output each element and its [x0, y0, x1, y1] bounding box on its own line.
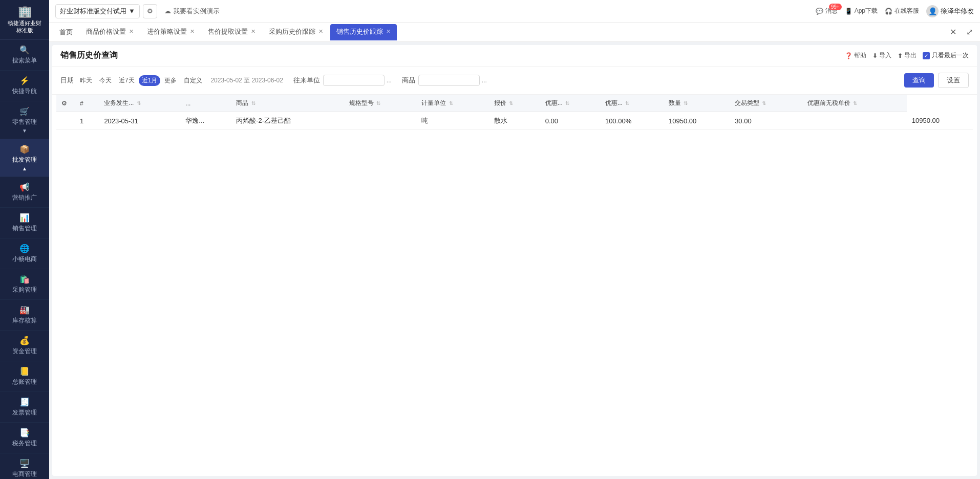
- table-header-row: ⚙ # 业务发生... ⇅ ... 商品 ⇅: [56, 95, 973, 112]
- online-service-button[interactable]: 🎧 在线客服: [885, 7, 919, 15]
- inventory-icon: 🏭: [19, 305, 30, 315]
- tab-home[interactable]: 首页: [53, 25, 79, 40]
- date-btn-last7[interactable]: 近7天: [116, 75, 138, 86]
- app-download-button[interactable]: 📱 App下载: [845, 7, 878, 15]
- window-maximize-button[interactable]: ⤢: [963, 26, 976, 39]
- messages-button[interactable]: 💬 消息 99+: [816, 7, 838, 15]
- wholesale-collapse-icon: ▲: [22, 166, 27, 171]
- date-btn-more[interactable]: 更多: [161, 75, 180, 86]
- sidebar-item-quicknav[interactable]: ⚡ 快捷导航: [0, 71, 49, 101]
- th-spec[interactable]: 规格型号 ⇅: [344, 95, 417, 112]
- product-label: 商品: [402, 76, 415, 85]
- cell-trade-type: [802, 112, 907, 130]
- purchase-icon: 🛍️: [19, 274, 30, 284]
- product-more-btn[interactable]: ...: [482, 77, 487, 84]
- sales-icon: 📊: [19, 213, 30, 223]
- sidebar-item-wholesale[interactable]: 📦 批发管理 ▲: [0, 139, 49, 177]
- from-org-more-btn[interactable]: ...: [387, 77, 392, 84]
- th-unit[interactable]: 计量单位 ⇅: [416, 95, 489, 112]
- sidebar-item-sales[interactable]: 📊 销售管理: [0, 208, 49, 238]
- tab-close-sales-history[interactable]: ✕: [386, 28, 391, 35]
- sidebar-item-invoice[interactable]: 🧾 发票管理: [0, 392, 49, 423]
- th-more[interactable]: ...: [180, 95, 231, 112]
- cell-from-org: 华逸...: [180, 112, 231, 130]
- user-info[interactable]: 👤 徐泽华修改: [926, 5, 974, 17]
- tab-sale-price[interactable]: 售价提取设置 ✕: [202, 24, 262, 40]
- th-discount-amt[interactable]: 优惠... ⇅: [600, 95, 664, 112]
- content-area: 销售历史价查询 ❓ 帮助 ⬇ 导入 ⬆ 导出 ✓ 只看最后一次: [52, 45, 977, 476]
- sidebar-item-tax[interactable]: 📑 税务管理: [0, 423, 49, 453]
- product-filter-group: 商品 ...: [402, 75, 487, 86]
- date-btn-yesterday[interactable]: 昨天: [77, 75, 95, 86]
- tab-purchase-history[interactable]: 采购历史价跟踪 ✕: [263, 24, 329, 40]
- tabs-bar: 首页 商品价格设置 ✕ 进价策略设置 ✕ 售价提取设置 ✕ 采购历史价跟踪 ✕ …: [49, 23, 980, 42]
- wholesale-icon: 📦: [19, 144, 30, 154]
- settings-button[interactable]: 设置: [938, 73, 969, 88]
- tab-close-product-price[interactable]: ✕: [129, 28, 134, 35]
- sidebar-item-ledger[interactable]: 📒 总账管理: [0, 361, 49, 392]
- sort-biz-date-icon: ⇅: [137, 100, 141, 106]
- logo-text: 畅捷通好业财标准版: [8, 19, 41, 34]
- cell-price: 散水: [489, 112, 540, 130]
- th-product[interactable]: 商品 ⇅: [231, 95, 344, 112]
- tab-close-sale-price[interactable]: ✕: [251, 28, 255, 35]
- sidebar-item-inventory[interactable]: 🏭 库存核算: [0, 300, 49, 331]
- th-trade-type[interactable]: 交易类型 ⇅: [730, 95, 802, 112]
- sidebar-item-marketing[interactable]: 📢 营销推广: [0, 177, 49, 208]
- message-icon: 💬: [816, 8, 823, 15]
- cell-no: 1: [75, 112, 99, 130]
- sort-trade-type-icon: ⇅: [762, 100, 766, 106]
- module-dropdown-icon: ▼: [129, 7, 135, 15]
- th-qty[interactable]: 数量 ⇅: [664, 95, 730, 112]
- tab-close-purchase-history[interactable]: ✕: [318, 28, 323, 35]
- th-price[interactable]: 报价 ⇅: [489, 95, 540, 112]
- date-btn-custom[interactable]: 自定义: [181, 75, 205, 86]
- sidebar-item-search[interactable]: 🔍 搜索菜单: [0, 40, 49, 71]
- window-close-button[interactable]: ✕: [946, 26, 960, 39]
- tab-price-strategy[interactable]: 进价策略设置 ✕: [141, 24, 201, 40]
- page-actions: ❓ 帮助 ⬇ 导入 ⬆ 导出 ✓ 只看最后一次: [845, 51, 969, 60]
- retail-icon: 🛒: [19, 106, 30, 116]
- module-selector[interactable]: 好业财标准版交付试用 ▼: [55, 4, 140, 18]
- sort-unit-icon: ⇅: [449, 100, 453, 106]
- sidebar-item-purchase[interactable]: 🛍️ 采购管理: [0, 269, 49, 300]
- ecommerce-mini-icon: 🌐: [19, 244, 30, 253]
- last-only-checkbox[interactable]: ✓: [923, 52, 930, 59]
- last-only-checkbox-label[interactable]: ✓ 只看最后一次: [923, 51, 969, 60]
- sidebar-item-retail[interactable]: 🛒 零售管理 ▼: [0, 101, 49, 139]
- tab-sales-history[interactable]: 销售历史价跟踪 ✕: [330, 24, 397, 40]
- date-btn-last1m[interactable]: 近1月: [139, 75, 161, 86]
- from-org-input[interactable]: [323, 75, 385, 86]
- demo-button[interactable]: ☁ 我要看实例演示: [160, 5, 224, 18]
- tax-icon: 📑: [19, 428, 30, 438]
- th-settings[interactable]: ⚙: [56, 95, 75, 112]
- sidebar-item-ecommerce[interactable]: 🖥️ 电商管理: [0, 453, 49, 479]
- date-btn-today[interactable]: 今天: [96, 75, 115, 86]
- data-table: ⚙ # 业务发生... ⇅ ... 商品 ⇅: [56, 95, 973, 130]
- cell-product: 丙烯酸-2-乙基己酯: [231, 112, 344, 130]
- th-biz-date[interactable]: 业务发生... ⇅: [99, 95, 180, 112]
- tab-close-price-strategy[interactable]: ✕: [190, 28, 195, 35]
- module-settings-button[interactable]: ⚙: [143, 4, 157, 18]
- sidebar: 🏢 畅捷通好业财标准版 🔍 搜索菜单 ⚡ 快捷导航 🛒 零售管理 ▼ 📦 批发管…: [0, 0, 49, 479]
- marketing-icon: 📢: [19, 182, 30, 192]
- top-bar-right: 💬 消息 99+ 📱 App下载 🎧 在线客服 👤 徐泽华修改: [816, 5, 974, 17]
- help-button[interactable]: ❓ 帮助: [845, 51, 866, 60]
- th-discount-pct[interactable]: 优惠... ⇅: [540, 95, 600, 112]
- top-bar-left: 好业财标准版交付试用 ▼ ⚙ ☁ 我要看实例演示: [55, 4, 812, 18]
- help-icon: ❓: [845, 52, 853, 59]
- tab-product-price[interactable]: 商品价格设置 ✕: [80, 24, 140, 40]
- th-pretax-price[interactable]: 优惠前无税单价 ⇅: [802, 95, 907, 112]
- export-button[interactable]: ⬆ 导出: [898, 51, 917, 60]
- phone-icon: 📱: [845, 8, 853, 15]
- query-button[interactable]: 查询: [904, 73, 934, 88]
- import-button[interactable]: ⬇ 导入: [872, 51, 891, 60]
- sidebar-item-finance[interactable]: 💰 资金管理: [0, 331, 49, 361]
- retail-expand-icon: ▼: [22, 128, 27, 134]
- filter-area: 日期 昨天 今天 近7天 近1月 更多 自定义 2023-05-02 至 202…: [52, 67, 977, 95]
- top-bar: 好业财标准版交付试用 ▼ ⚙ ☁ 我要看实例演示 💬 消息 99+ 📱 App下…: [49, 0, 980, 23]
- product-input[interactable]: [418, 75, 480, 86]
- sidebar-item-ecommerce-mini[interactable]: 🌐 小畅电商: [0, 238, 49, 269]
- ledger-icon: 📒: [19, 366, 30, 376]
- date-filter-group: 日期 昨天 今天 近7天 近1月 更多 自定义 2023-05-02 至 202…: [60, 75, 283, 86]
